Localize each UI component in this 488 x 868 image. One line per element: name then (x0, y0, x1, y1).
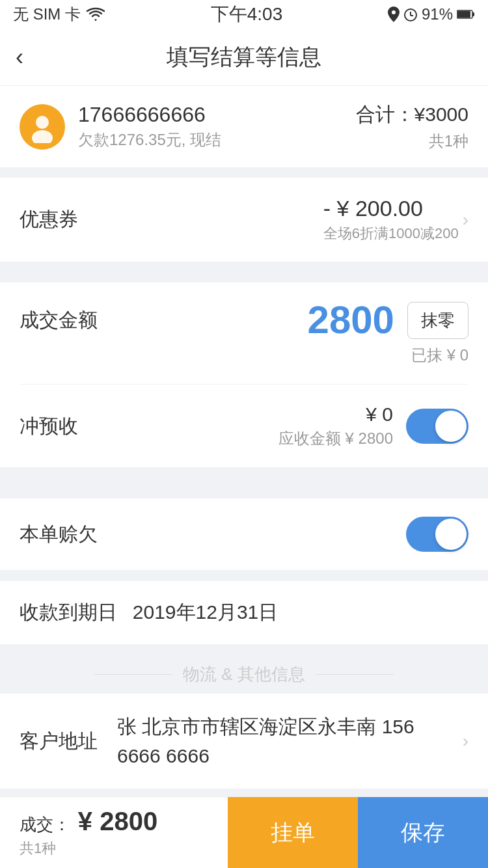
customer-total: 合计：¥3000 共1种 (356, 102, 468, 152)
coupon-chevron-icon: › (463, 210, 468, 230)
customer-left: 17666666666 欠款1276.35元, 现结 (20, 103, 221, 150)
customer-details: 17666666666 欠款1276.35元, 现结 (78, 103, 221, 150)
page-title: 填写结算等信息 (167, 42, 321, 72)
status-right: 91% (388, 5, 475, 23)
svg-rect-6 (472, 12, 474, 16)
credit-toggle[interactable] (406, 517, 468, 552)
bottom-bar: 成交： ¥ 2800 共1种 挂单 保存 (0, 796, 488, 868)
status-time: 下午4:03 (211, 2, 283, 27)
content: 17666666666 欠款1276.35元, 现结 合计：¥3000 共1种 … (0, 86, 488, 868)
credit-label: 本单赊欠 (20, 521, 98, 548)
pre-receive-sub: 应收金额 ¥ 2800 (278, 428, 393, 449)
deal-sub-info: 已抹 ¥ 0 (20, 345, 468, 366)
address-section[interactable]: 客户地址 张 北京市市辖区海淀区永丰南 156 6666 6666 › (0, 694, 488, 789)
credit-toggle-knob (435, 519, 467, 550)
due-date-section: 收款到期日 2019年12月31日 (0, 580, 488, 644)
toggle-knob (435, 411, 467, 442)
due-date-value: 2019年12月31日 (133, 601, 278, 623)
avatar (20, 104, 65, 150)
pre-receive-right: ¥ 0 应收金额 ¥ 2800 (278, 403, 468, 449)
bottom-count: 共1种 (20, 839, 208, 858)
battery-icon (457, 9, 475, 20)
status-left: 无 SIM 卡 (13, 4, 105, 25)
coupon-label: 优惠券 (20, 206, 78, 233)
save-button[interactable]: 保存 (358, 797, 488, 869)
section-divider-2 (0, 478, 488, 488)
coupon-row[interactable]: 优惠券 - ¥ 200.00 全场6折满1000减200 › (0, 178, 488, 262)
pre-receive-amount: ¥ 0 (278, 403, 393, 426)
pre-receive-label: 冲预收 (20, 413, 78, 440)
bottom-deal-label: 成交： (20, 815, 70, 834)
nav-bar: ‹ 填写结算等信息 (0, 29, 488, 86)
logistics-line-left (94, 674, 172, 675)
deal-section: 成交金额 2800 抹零 已抹 ¥ 0 冲预收 ¥ 0 应收金额 ¥ 2800 (0, 282, 488, 467)
address-chevron-icon: › (463, 731, 468, 752)
total-amount: 合计：¥3000 (356, 102, 468, 128)
bottom-deal-amount: ¥ 2800 (78, 807, 157, 835)
svg-point-0 (392, 10, 396, 14)
pre-receive-toggle[interactable] (406, 409, 468, 444)
bottom-summary: 成交： ¥ 2800 共1种 (0, 807, 228, 858)
inner-divider (20, 384, 468, 385)
wifi-icon (86, 7, 105, 21)
battery-percent: 91% (422, 5, 453, 23)
pre-receive-section: 冲预收 ¥ 0 应收金额 ¥ 2800 (0, 385, 488, 467)
section-divider-1 (0, 272, 488, 282)
deal-right: 2800 抹零 (308, 301, 468, 340)
coupon-desc: 全场6折满1000减200 (323, 224, 459, 243)
customer-sub-info: 欠款1276.35元, 现结 (78, 129, 221, 150)
svg-point-8 (32, 130, 53, 143)
deal-label: 成交金额 (20, 307, 98, 334)
customer-phone: 17666666666 (78, 103, 221, 127)
status-bar: 无 SIM 卡 下午4:03 91% (0, 0, 488, 29)
due-date-label: 收款到期日 (20, 601, 117, 623)
back-button[interactable]: ‹ (16, 44, 23, 71)
logistics-divider: 物流 & 其他信息 (0, 655, 488, 694)
location-icon (388, 7, 400, 22)
customer-info-card: 17666666666 欠款1276.35元, 现结 合计：¥3000 共1种 (0, 86, 488, 167)
round-zero-button[interactable]: 抹零 (407, 302, 468, 339)
svg-rect-5 (457, 11, 470, 18)
alarm-icon (403, 7, 418, 22)
hang-order-button[interactable]: 挂单 (228, 797, 358, 869)
logistics-line-right (316, 674, 394, 675)
logistics-text: 物流 & 其他信息 (94, 663, 394, 686)
address-value: 张 北京市市辖区海淀区永丰南 156 6666 6666 (117, 712, 456, 770)
avatar-icon (26, 111, 59, 143)
deal-amount: 2800 (308, 301, 394, 340)
svg-point-7 (36, 116, 49, 129)
logistics-label: 物流 & 其他信息 (183, 663, 305, 686)
deal-amount-row: 成交金额 2800 抹零 已抹 ¥ 0 (0, 282, 488, 384)
total-count: 共1种 (356, 131, 468, 152)
bottom-deal-row: 成交： ¥ 2800 (20, 807, 208, 836)
credit-section: 本单赊欠 (0, 498, 488, 570)
no-sim-text: 无 SIM 卡 (13, 4, 81, 25)
address-label: 客户地址 (20, 728, 98, 755)
coupon-amount: - ¥ 200.00 (323, 196, 459, 221)
